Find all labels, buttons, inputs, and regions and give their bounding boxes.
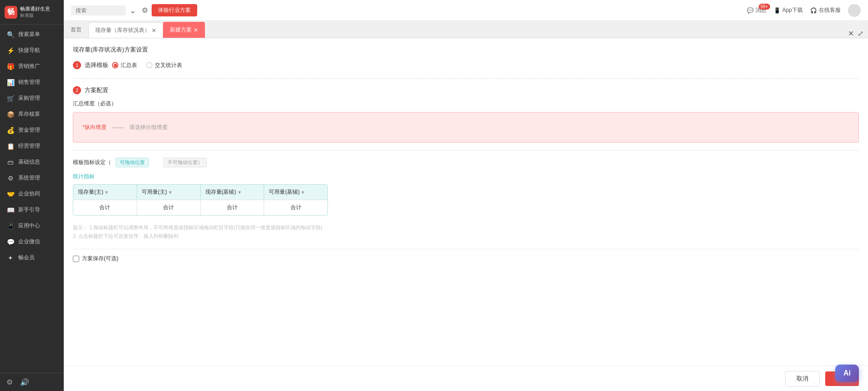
tab-inventory-label: 现存量（库存状况表） [95,26,150,34]
ai-fab-button[interactable]: Ai [835,365,859,382]
radio-summary[interactable]: 汇总表 [112,62,137,69]
indicator-separator [153,159,159,166]
step2-badge: 2 [73,86,81,94]
sidebar-item-app-center[interactable]: 📱 应用中心 [0,218,64,234]
sidebar-label-wechat: 企业微信 [18,238,40,246]
step1-header: 1 选择模板 汇总表 交叉统计表 [73,61,859,69]
sidebar-item-basic-info[interactable]: 🗃 基础信息 [0,154,64,170]
window-expand-button[interactable]: ⤢ [858,29,863,38]
sidebar-item-wechat[interactable]: 💬 企业微信 [0,234,64,250]
stats-cell-0-1: 合计 [137,200,201,215]
col-dropdown-1[interactable]: ▾ [169,189,172,196]
sidebar-item-marketing[interactable]: 🎁 营销推广 [0,58,64,74]
app-download-button[interactable]: 📱 App下载 [774,6,803,14]
tab-home[interactable]: 首页 [64,22,88,38]
message-icon: 💬 [747,7,754,14]
step1-badge: 1 [73,61,81,69]
tab-inventory-status[interactable]: 现存量（库存状况表） ✕ [88,22,163,38]
radio-cross-dot [146,62,153,68]
guide-icon: 📖 [6,206,15,214]
divider-1 [73,78,859,79]
main-container: ⌄ ⚙ 体验行业方案 💬 消息 99+ 📱 App下载 🎧 在线客服 首页 [64,0,868,391]
sidebar-item-system[interactable]: ⚙ 系统管理 [0,170,64,186]
sidebar-footer: ⚙ 🔊 [0,373,64,391]
radio-summary-dot [112,62,118,68]
message-badge: 99+ [759,4,770,10]
sidebar-item-business[interactable]: 📋 经营管理 [0,138,64,154]
sidebar-label-sales: 销售管理 [18,78,40,86]
sidebar-label-finance: 资金管理 [18,126,40,134]
sidebar-label-app-center: 应用中心 [18,222,40,230]
sidebar-item-cooperation[interactable]: 🤝 企业协同 [0,186,64,202]
sidebar-label-member: 畅会员 [18,254,35,262]
message-button[interactable]: 💬 消息 99+ [747,6,766,14]
save-checkbox[interactable] [73,256,79,262]
topbar-dropdown[interactable]: ⌄ [129,5,136,15]
save-row: 方案保存(可选) [73,249,859,262]
tab-home-label: 首页 [71,26,82,34]
tab-new-plan-close-icon[interactable]: ✕ [194,27,198,33]
topbar-gear-icon[interactable]: ⚙ [142,6,148,15]
divider-2 [73,150,859,150]
topbar: ⌄ ⚙ 体验行业方案 💬 消息 99+ 📱 App下载 🎧 在线客服 [64,0,868,21]
dimension-box[interactable]: *纵向维度 —— 请选择分组维度 [73,112,859,143]
search-input[interactable] [71,5,126,15]
user-avatar[interactable] [848,4,861,17]
settings-icon[interactable]: ⚙ [6,378,13,386]
mobile-icon: 📱 [774,7,781,14]
col-label-1: 可用量(主) [142,188,167,196]
online-service-button[interactable]: 🎧 在线客服 [810,6,841,14]
tip-line-1: 提示： 1.拖动标题栏可以调整布局，不可跨维度或指标区域拖动栏目字段(只能在同一… [73,224,859,231]
sidebar-item-guide[interactable]: 📖 新手引导 [0,202,64,218]
stats-table-row-0: 合计 合计 合计 合计 [73,200,327,215]
radio-summary-label: 汇总表 [121,62,137,69]
wechat-icon: 💬 [6,238,15,246]
dimension-dash: —— [112,124,124,131]
col-dropdown-3[interactable]: ▾ [301,189,304,196]
radio-cross[interactable]: 交叉统计表 [146,62,182,69]
sidebar-label-system: 系统管理 [18,174,40,182]
stats-table: 现存量(主) ▾ 可用量(主) ▾ 现存量(基辅) ▾ 可用量(基辅) ▾ [73,184,328,216]
step2-title: 方案配置 [85,86,108,94]
col-dropdown-0[interactable]: ▾ [105,189,108,196]
app-name: 畅康通好生意 [20,5,50,12]
sidebar-item-quick-nav[interactable]: ⚡ 快捷导航 [0,42,64,58]
sidebar-label-guide: 新手引导 [18,206,40,214]
sidebar-item-member[interactable]: ✦ 畅会员 [0,250,64,266]
marketing-icon: 🎁 [6,63,15,70]
sidebar-label-basic-info: 基础信息 [18,158,40,166]
headphone-icon: 🎧 [810,7,817,14]
cancel-button[interactable]: 取消 [785,371,820,386]
col-label-0: 现存量(主) [78,188,103,196]
tab-inventory-close-icon[interactable]: ✕ [152,27,156,34]
purchase-icon: 🛒 [6,95,15,102]
col-label-3: 可用量(基辅) [269,188,300,196]
window-close-button[interactable]: ✕ [848,29,854,38]
inventory-icon: 📦 [6,111,15,118]
col-dropdown-2[interactable]: ▾ [238,189,241,196]
dimension-placeholder: 请选择分组维度 [129,123,168,131]
topbar-right: 💬 消息 99+ 📱 App下载 🎧 在线客服 [747,4,861,17]
sidebar-item-sales[interactable]: 📊 销售管理 [0,74,64,90]
sidebar-label-inventory: 库存核算 [18,110,40,118]
sidebar-item-finance[interactable]: 💰 资金管理 [0,122,64,138]
indicator-setting-row: 模板指标设定（ 可拖动位置 不可拖动位置） [73,158,859,167]
stats-cell-0-0: 合计 [73,200,137,215]
content-area: 现存量(库存状况表)方案设置 1 选择模板 汇总表 交叉统计表 [64,38,868,365]
no-drag-tag: 不可拖动位置） [163,158,207,167]
stats-table-header: 现存量(主) ▾ 可用量(主) ▾ 现存量(基辅) ▾ 可用量(基辅) ▾ [73,185,327,200]
step2-header: 2 方案配置 [73,86,859,94]
trial-button[interactable]: 体验行业方案 [152,4,197,16]
volume-icon[interactable]: 🔊 [20,378,29,386]
tab-new-plan[interactable]: 新建方案 ✕ [163,22,205,38]
sidebar-item-inventory[interactable]: 📦 库存核算 [0,106,64,122]
col-label-2: 现存量(基辅) [205,188,236,196]
tab-new-plan-label: 新建方案 [170,26,192,34]
sales-icon: 📊 [6,79,15,86]
sidebar-item-purchase[interactable]: 🛒 采购管理 [0,90,64,106]
stats-section-title: 统计指标 [73,173,859,180]
app-center-icon: 📱 [6,222,15,230]
member-icon: ✦ [6,254,15,262]
app-version: 标准版 [20,12,50,19]
sidebar-item-search-menu[interactable]: 🔍 搜索菜单 [0,26,64,42]
